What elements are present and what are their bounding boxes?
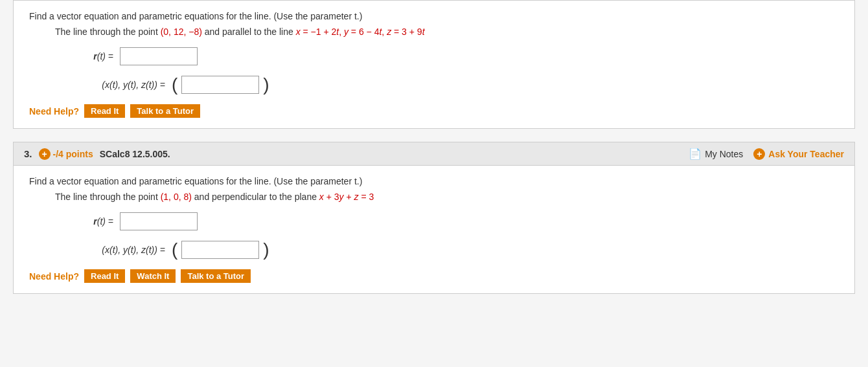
- problem3-header: 3. + -/4 points SCalc8 12.5.005. 📄 My No…: [14, 142, 854, 166]
- problem2-paren-right: ): [263, 76, 269, 94]
- notes-icon: 📄: [689, 148, 702, 160]
- problem2-rt-row: r(t) =: [81, 47, 839, 65]
- problem3-xyz-input[interactable]: [181, 241, 259, 259]
- problem2-statement: Find a vector equation and parametric eq…: [29, 11, 839, 21]
- ask-teacher-link[interactable]: + Ask Your Teacher: [753, 148, 844, 160]
- problem3-rt-input[interactable]: [120, 212, 198, 230]
- problem3-plus-circle-icon: +: [39, 148, 51, 160]
- problem3-points-badge: + -/4 points: [39, 148, 93, 160]
- problem3-talk-tutor-button[interactable]: Talk to a Tutor: [181, 269, 251, 283]
- problem3-xyz-label: (x(t), y(t), z(t)) =: [81, 245, 165, 255]
- problem3-rt-row: r(t) =: [81, 212, 839, 230]
- problem2-need-help-label: Need Help?: [29, 106, 79, 117]
- problem2-talk-tutor-button[interactable]: Talk to a Tutor: [130, 104, 200, 118]
- problem3-points: -/4 points: [53, 149, 93, 159]
- problem3-xyz-row: (x(t), y(t), z(t)) = ( ): [81, 241, 839, 259]
- problem3-statement: Find a vector equation and parametric eq…: [29, 176, 839, 186]
- problem2-partial: Find a vector equation and parametric eq…: [13, 0, 855, 129]
- my-notes-label: My Notes: [705, 149, 743, 159]
- problem3-read-it-button[interactable]: Read It: [84, 269, 125, 283]
- problem3-watch-it-button[interactable]: Watch It: [130, 269, 176, 283]
- problem2-xyz-row: (x(t), y(t), z(t)) = ( ): [81, 76, 839, 94]
- problem3-paren-left: (: [172, 241, 177, 259]
- problem3-body: Find a vector equation and parametric eq…: [14, 166, 854, 293]
- page-wrapper: Find a vector equation and parametric eq…: [0, 0, 868, 367]
- section-divider: [0, 129, 868, 142]
- ask-teacher-plus-icon: +: [753, 148, 765, 160]
- problem3-subtext: The line through the point (1, 0, 8) and…: [55, 192, 839, 202]
- problem2-rt-input[interactable]: [120, 47, 198, 65]
- problem3-header-left: 3. + -/4 points SCalc8 12.5.005.: [24, 148, 170, 160]
- my-notes-link[interactable]: 📄 My Notes: [689, 148, 743, 160]
- problem3-id: SCalc8 12.5.005.: [100, 149, 170, 159]
- problem2-paren-left: (: [172, 76, 177, 94]
- problem2-read-it-button[interactable]: Read It: [84, 104, 125, 118]
- problem3-section: 3. + -/4 points SCalc8 12.5.005. 📄 My No…: [13, 142, 855, 294]
- problem2-xyz-input[interactable]: [181, 76, 259, 94]
- problem2-need-help-row: Need Help? Read It Talk to a Tutor: [29, 104, 839, 118]
- problem3-plane-eq: x + 3y + z = 3: [319, 192, 374, 202]
- problem3-need-help-row: Need Help? Read It Watch It Talk to a Tu…: [29, 269, 839, 283]
- problem3-rt-label: r(t) =: [81, 216, 113, 227]
- problem3-number: 3.: [24, 148, 32, 159]
- problem2-rt-label: r(t) =: [81, 51, 113, 61]
- problem2-subtext: The line through the point (0, 12, −8) a…: [55, 27, 839, 37]
- problem3-header-right: 📄 My Notes + Ask Your Teacher: [689, 148, 844, 160]
- problem2-point: (0, 12, −8): [161, 27, 202, 37]
- problem3-paren-right: ): [263, 241, 269, 259]
- problem2-line-eq: x = −1 + 2t, y = 6 − 4t, z = 3 + 9t: [296, 27, 425, 37]
- ask-teacher-label: Ask Your Teacher: [768, 149, 844, 159]
- problem2-xyz-label: (x(t), y(t), z(t)) =: [81, 80, 165, 90]
- problem3-need-help-label: Need Help?: [29, 271, 79, 282]
- problem3-point: (1, 0, 8): [161, 192, 192, 202]
